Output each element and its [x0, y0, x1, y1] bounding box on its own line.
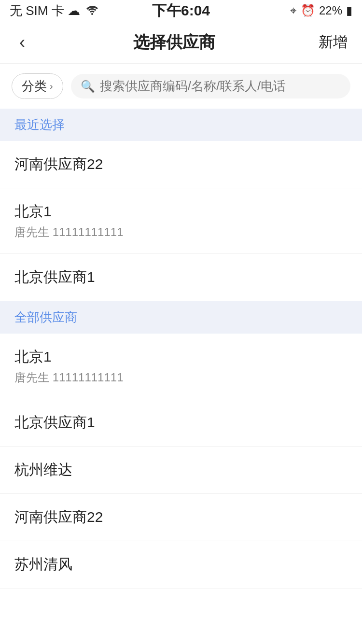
item-name: 北京1 [14, 347, 348, 367]
recent-section-label: 最近选择 [14, 117, 65, 132]
item-name: 北京供应商1 [14, 413, 348, 433]
all-list: 北京1唐先生 11111111111北京供应商1杭州维达河南供应商22苏州清风 [0, 334, 362, 588]
item-name: 北京1 [14, 202, 348, 222]
all-section-label: 全部供应商 [14, 310, 77, 324]
status-bar: 无 SIM 卡 ☁ 下午6:04 ⌖ ⏰ 22% ▮ [0, 0, 362, 21]
chevron-right-icon: › [50, 81, 53, 92]
alarm-icon: ⏰ [301, 4, 315, 17]
all-list-item[interactable]: 杭州维达 [0, 447, 362, 494]
all-section-header: 全部供应商 [0, 301, 362, 334]
recent-list: 河南供应商22北京1唐先生 11111111111北京供应商1 [0, 141, 362, 301]
search-icon: 🔍 [81, 80, 95, 93]
recent-list-item[interactable]: 河南供应商22 [0, 141, 362, 188]
nav-bar: ‹ 选择供应商 新增 [0, 21, 362, 64]
status-right: ⌖ ⏰ 22% ▮ [290, 4, 352, 17]
add-button[interactable]: 新增 [319, 32, 348, 52]
page-title: 选择供应商 [133, 31, 215, 54]
battery-icon: ▮ [346, 4, 352, 17]
wifi-icon [85, 3, 99, 18]
item-name: 杭州维达 [14, 460, 348, 480]
item-name: 北京供应商1 [14, 267, 348, 287]
battery-label: 22% [319, 4, 342, 17]
recent-section-header: 最近选择 [0, 109, 362, 141]
recent-list-item[interactable]: 北京供应商1 [0, 254, 362, 301]
item-name: 苏州清风 [14, 555, 348, 574]
all-list-item[interactable]: 北京1唐先生 11111111111 [0, 334, 362, 399]
search-box: 🔍 [71, 74, 350, 98]
all-list-item[interactable]: 北京供应商1 [0, 399, 362, 447]
status-time: 下午6:04 [152, 1, 210, 21]
item-name: 河南供应商22 [14, 507, 348, 527]
item-sub: 唐先生 11111111111 [14, 370, 348, 385]
search-input[interactable] [100, 79, 341, 94]
filter-bar: 分类 › 🔍 [0, 64, 362, 109]
category-button[interactable]: 分类 › [12, 73, 63, 99]
location-icon: ⌖ [290, 4, 297, 17]
back-button[interactable]: ‹ [14, 28, 30, 57]
item-sub: 唐先生 11111111111 [14, 224, 348, 240]
all-list-item[interactable]: 河南供应商22 [0, 494, 362, 541]
category-label: 分类 [22, 78, 47, 95]
status-left: 无 SIM 卡 ☁ [10, 2, 99, 19]
item-name: 河南供应商22 [14, 154, 348, 174]
recent-list-item[interactable]: 北京1唐先生 11111111111 [0, 188, 362, 254]
all-list-item[interactable]: 苏州清风 [0, 541, 362, 588]
sim-label: 无 SIM 卡 ☁ [10, 2, 80, 19]
